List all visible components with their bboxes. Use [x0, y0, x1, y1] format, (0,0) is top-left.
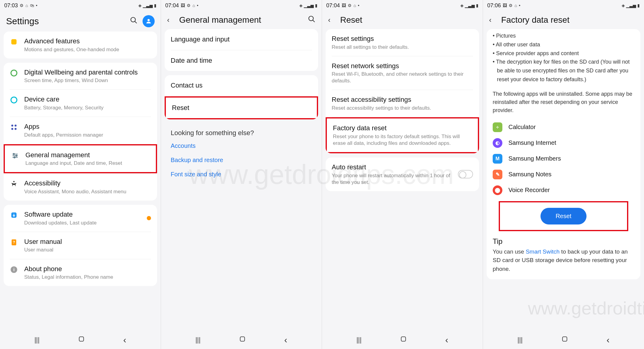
app-samsung-members: MSamsung Members [487, 151, 640, 167]
item-about-phone[interactable]: i About phoneStatus, Legal information, … [4, 259, 157, 286]
wellbeing-icon [10, 69, 18, 77]
menu-group: Language and input Date and time [165, 29, 318, 71]
battery-icon: ▮ [476, 3, 478, 8]
status-time: 07:06 [487, 2, 501, 9]
home-button[interactable] [78, 336, 85, 344]
reset-button[interactable]: Reset [540, 208, 586, 224]
app-samsung-internet: ◐Samsung Internet [487, 135, 640, 151]
item-reset[interactable]: Reset [165, 96, 318, 120]
status-time: 07:03 [4, 2, 18, 9]
link-accounts[interactable]: Accounts [165, 139, 318, 153]
svg-point-14 [16, 155, 17, 156]
reset-group: Auto restartYour phone will restart auto… [326, 158, 479, 191]
back-icon[interactable]: ‹ [489, 16, 496, 24]
header: ‹ General management [161, 11, 322, 29]
back-button[interactable]: ‹ [445, 335, 448, 345]
item-date-time[interactable]: Date and time [165, 50, 318, 71]
auto-restart-toggle[interactable] [458, 170, 473, 178]
back-icon[interactable]: ‹ [328, 16, 335, 24]
internet-icon: ◐ [493, 138, 502, 148]
item-general-management[interactable]: General managementLanguage and input, Da… [4, 144, 157, 174]
item-software-update[interactable]: Software updateDownload updates, Last up… [4, 205, 157, 232]
svg-point-13 [13, 153, 15, 155]
menu-group: Contact us Reset [165, 75, 318, 119]
link-backup-restore[interactable]: Backup and restore [165, 153, 318, 167]
home-button[interactable] [400, 336, 407, 344]
wifi-icon: ◈ [460, 3, 464, 8]
page-title: Settings [6, 16, 125, 26]
svg-rect-26 [401, 337, 406, 341]
recents-button[interactable]: ||| [196, 336, 201, 344]
settings-group: Advanced featuresMotions and gestures, O… [4, 32, 157, 58]
item-reset-network[interactable]: Reset network settingsReset Wi-Fi, Bluet… [326, 56, 479, 90]
back-icon[interactable]: ‹ [167, 16, 174, 24]
recents-button[interactable]: ||| [34, 336, 40, 344]
tip-body: You can use Smart Switch to back up your… [487, 248, 640, 280]
search-icon[interactable] [308, 15, 316, 25]
tip-title: Tip [487, 234, 640, 248]
app-calculator: ÷Calculator [487, 119, 640, 135]
statusbar: 07:06🖼⚙⌂• ◈▁▃▅▮ [483, 0, 644, 11]
advanced-icon [10, 38, 18, 46]
item-wellbeing[interactable]: Digital Wellbeing and parental controlsS… [4, 63, 157, 90]
link-font-size[interactable]: Font size and style [165, 167, 318, 181]
svg-point-15 [14, 157, 15, 158]
home-button[interactable] [561, 336, 568, 344]
svg-point-16 [13, 181, 15, 182]
item-contact-us[interactable]: Contact us [165, 75, 318, 96]
item-user-manual[interactable]: ? User manualUser manual [4, 232, 157, 259]
svg-rect-22 [79, 337, 84, 341]
devicecare-icon [10, 96, 18, 104]
back-button[interactable]: ‹ [123, 335, 126, 345]
smart-switch-link[interactable]: Smart Switch [526, 248, 560, 255]
reset-button-wrap: Reset [499, 201, 628, 231]
signal-icon: ▁▃▅ [143, 3, 153, 8]
item-reset-accessibility[interactable]: Reset accessibility settingsReset access… [326, 90, 479, 117]
recents-button[interactable]: ||| [518, 336, 523, 344]
statusbar: 07:04🖼⚙⌂• ◈▁▃▅▮ [322, 0, 483, 11]
page-title: General management [179, 15, 303, 25]
calculator-icon: ÷ [493, 122, 502, 132]
profile-icon[interactable] [143, 15, 155, 27]
status-time: 07:04 [326, 2, 340, 9]
svg-point-6 [11, 125, 13, 127]
item-device-care[interactable]: Device careBattery, Storage, Memory, Sec… [4, 90, 157, 117]
page-title: Reset [340, 15, 477, 25]
settings-group: Digital Wellbeing and parental controlsS… [4, 63, 157, 201]
item-accessibility[interactable]: AccessibilityVoice Assistant, Mono audio… [4, 174, 157, 201]
notes-icon: ✎ [493, 170, 502, 179]
search-icon[interactable] [130, 16, 138, 26]
battery-icon: ▮ [154, 3, 156, 8]
manual-icon: ? [10, 238, 18, 247]
back-button[interactable]: ‹ [606, 335, 610, 345]
looking-label: Looking for something else? [165, 124, 318, 139]
factory-reset-screen: www.getdroidtips.com 07:06🖼⚙⌂• ◈▁▃▅▮ ‹ F… [483, 0, 644, 349]
item-factory-reset[interactable]: Factory data resetReset your phone to it… [326, 117, 479, 153]
header: ‹ Factory data reset [483, 11, 644, 29]
update-icon [10, 211, 18, 219]
item-language-input[interactable]: Language and input [165, 29, 318, 50]
status-time: 07:04 [165, 2, 179, 9]
reset-group: Reset settingsReset all settings to thei… [326, 29, 479, 153]
svg-rect-25 [240, 337, 245, 341]
wifi-icon: ◈ [622, 3, 625, 8]
statusbar: 07:03⚙⌂🛍• ◈▁▃▅▮ [0, 0, 161, 11]
svg-point-0 [131, 17, 135, 22]
signal-icon: ▁▃▅ [465, 3, 475, 8]
item-auto-restart[interactable]: Auto restartYour phone will restart auto… [326, 158, 479, 191]
signal-icon: ▁▃▅ [304, 3, 314, 8]
item-reset-settings[interactable]: Reset settingsReset all settings to thei… [326, 29, 479, 56]
svg-text:?: ? [13, 240, 15, 244]
back-button[interactable]: ‹ [284, 335, 287, 345]
svg-point-8 [11, 128, 13, 130]
page-title: Factory data reset [501, 15, 638, 25]
header: ‹ Reset [322, 11, 483, 29]
recents-button[interactable]: ||| [356, 336, 362, 344]
navbar: ||| ‹ [483, 331, 644, 349]
item-advanced-features[interactable]: Advanced featuresMotions and gestures, O… [4, 32, 157, 58]
signal-icon: ▁▃▅ [626, 3, 636, 8]
item-apps[interactable]: AppsDefault apps, Permission manager [4, 117, 157, 144]
home-button[interactable] [239, 336, 246, 344]
svg-point-9 [15, 128, 16, 130]
svg-point-23 [309, 16, 313, 21]
